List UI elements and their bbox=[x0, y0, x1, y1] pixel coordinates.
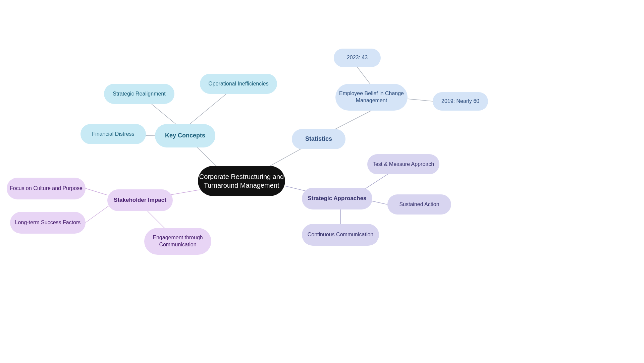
stakeholder-impact-node[interactable]: Stakeholder Impact bbox=[107, 189, 173, 211]
svg-line-7 bbox=[408, 99, 433, 101]
key-concepts-node[interactable]: Key Concepts bbox=[155, 124, 215, 147]
sustained-action-node[interactable]: Sustained Action bbox=[387, 194, 451, 215]
operational-inefficiencies-node[interactable]: Operational Inefficiencies bbox=[200, 74, 277, 94]
center-node[interactable]: Corporate Restructuring and Turnaround M… bbox=[198, 166, 285, 196]
stat-2023-node[interactable]: 2023: 43 bbox=[334, 49, 381, 67]
engagement-communication-node[interactable]: Engagement through Communication bbox=[144, 228, 211, 255]
employee-belief-node[interactable]: Employee Belief in Change Management bbox=[335, 84, 408, 111]
svg-line-14 bbox=[372, 201, 387, 204]
financial-distress-node[interactable]: Financial Distress bbox=[80, 124, 146, 144]
svg-line-5 bbox=[332, 111, 371, 131]
longterm-success-node[interactable]: Long-term Success Factors bbox=[10, 212, 86, 234]
focus-culture-node[interactable]: Focus on Culture and Purpose bbox=[7, 178, 86, 199]
continuous-communication-node[interactable]: Continuous Communication bbox=[302, 224, 379, 246]
stat-2019-node[interactable]: 2019: Nearly 60 bbox=[433, 92, 488, 111]
svg-line-10 bbox=[86, 204, 111, 223]
strategic-realignment-node[interactable]: Strategic Realignment bbox=[104, 84, 174, 104]
test-measure-node[interactable]: Test & Measure Approach bbox=[367, 154, 439, 174]
svg-line-9 bbox=[86, 188, 107, 195]
statistics-node[interactable]: Statistics bbox=[292, 129, 345, 149]
strategic-approaches-node[interactable]: Strategic Approaches bbox=[302, 188, 372, 209]
svg-line-6 bbox=[357, 67, 371, 85]
